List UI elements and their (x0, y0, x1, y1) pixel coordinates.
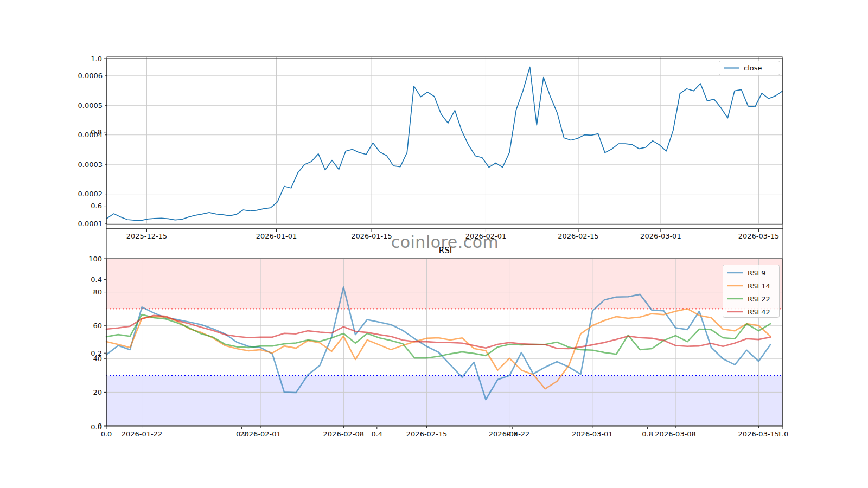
rsi-chart: 0204060801002026-01-222026-02-012026-02-… (88, 255, 782, 439)
y-tick-label: 0.0001 (78, 220, 103, 228)
price-legend: close (719, 61, 780, 75)
overbought-band (106, 259, 782, 309)
x-tick-label: 2025-12-15 (126, 232, 168, 240)
y-tick-label: 0.0003 (78, 160, 103, 169)
overlay-x-tick-label: 0.4 (371, 430, 382, 438)
x-tick-label: 2026-02-08 (323, 430, 365, 438)
overlay-x-tick-label: 0.0 (101, 430, 112, 438)
y-tick-label: 100 (88, 255, 102, 263)
figure-canvas: 0.00010.00020.00030.00040.00050.00062025… (0, 0, 868, 488)
overlay-y-tick-label: 0.6 (91, 202, 102, 210)
y-tick-label: 0.0002 (78, 190, 103, 198)
x-tick-label: 2026-03-15 (738, 430, 780, 438)
legend-label: RSI 22 (748, 295, 770, 303)
y-tick-label: 0.0006 (78, 72, 103, 80)
x-tick-label: 2026-01-22 (122, 430, 163, 438)
overlay-x-tick-label: 1.0 (777, 430, 789, 438)
y-tick-label: 80 (93, 288, 102, 296)
x-tick-label: 2026-02-15 (406, 430, 448, 438)
x-tick-label: 2026-01-15 (351, 232, 392, 240)
price-chart: 0.00010.00020.00030.00040.00050.00062025… (78, 57, 783, 240)
x-tick-label: 2026-03-01 (572, 430, 613, 438)
x-tick-label: 2026-02-15 (558, 232, 599, 240)
x-tick-label: 2026-03-01 (640, 232, 681, 240)
y-tick-label: 20 (93, 388, 102, 396)
plot-border (107, 57, 782, 224)
overlay-y-tick-label: 0.8 (91, 128, 102, 136)
x-tick-label: 2026-03-08 (655, 430, 696, 438)
legend-label: RSI 14 (748, 282, 770, 290)
close-line (107, 67, 782, 221)
legend-label: RSI 9 (748, 269, 766, 277)
legend-label: close (744, 64, 762, 72)
overlay-x-tick-label: 0.6 (507, 430, 518, 438)
overlay-x-tick-label: 0.2 (236, 430, 247, 438)
overlay-x-tick-label: 0.8 (642, 430, 653, 438)
rsi-chart-title: RSI (439, 246, 452, 255)
overlay-y-tick-label: 0.4 (91, 275, 102, 284)
x-tick-label: 2026-01-01 (256, 232, 297, 240)
overlay-y-tick-label: 1.0 (91, 55, 102, 63)
overlay-y-tick-label: 0.2 (91, 349, 102, 357)
y-tick-label: 60 (93, 322, 102, 330)
legend-label: RSI 42 (748, 308, 770, 316)
oversold-band (106, 376, 782, 426)
rsi-legend: RSI 9RSI 14RSI 22RSI 42 (723, 265, 780, 318)
x-tick-label: 2026-03-15 (738, 232, 780, 240)
y-tick-label: 0.0005 (78, 101, 103, 110)
